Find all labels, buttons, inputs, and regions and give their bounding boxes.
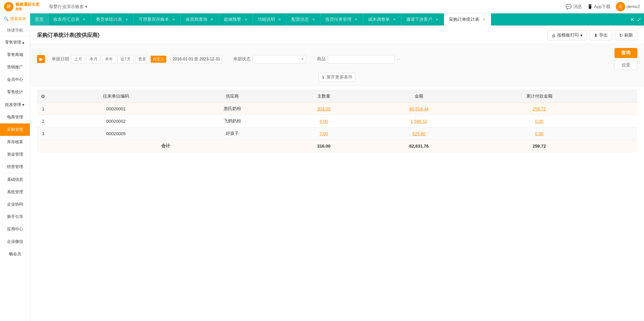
amount-link[interactable]: 1,586.52 (411, 119, 428, 124)
tab-receive-summary[interactable]: 收发存汇总表 ✕ (49, 13, 91, 25)
tab-close-icon[interactable]: ✕ (243, 17, 248, 22)
paid-link[interactable]: 0.00 (535, 119, 543, 124)
collapse-arrow[interactable]: ▶ (37, 55, 45, 63)
qty-link[interactable]: 6.00 (320, 119, 328, 124)
col-settings-header: ⚙ (37, 90, 49, 103)
date-btn-last-month[interactable]: 上月 (71, 55, 85, 63)
app-download-btn[interactable]: 📱 App下载 (587, 4, 610, 10)
sidebar-item-enterprise[interactable]: 企业协同 (0, 198, 30, 211)
restore-tab-icon[interactable]: ⤢ (637, 16, 641, 23)
tab-invite-downstream[interactable]: 邀请下游客户 ✕ (401, 13, 444, 25)
filter-date-range-item: 2016-01-01 至 2023-12-31 (170, 55, 222, 63)
amount-link[interactable]: 525.80 (412, 131, 426, 136)
goods-more-icon[interactable]: ··· (397, 57, 400, 62)
goods-input[interactable] (328, 55, 395, 63)
sidebar-item-basics[interactable]: 基础信息 (0, 173, 30, 186)
status-select-wrap (253, 55, 306, 63)
chevron-down-icon: ▾ (85, 4, 88, 9)
sidebar-item-member[interactable]: 畅会员 (0, 248, 30, 260)
sidebar-item-member-center[interactable]: 会员中心 (0, 73, 30, 86)
app-container: 好 畅捷通好生意 标版 母婴行业演示账套 ▾ 💬 消息 📱 App下载 E (0, 0, 644, 321)
status-select[interactable] (253, 55, 306, 63)
sidebar-item-system[interactable]: 系统管理 (0, 186, 30, 198)
tab-purchase-summary[interactable]: 采购订单统计表 ✕ (444, 13, 491, 25)
cell-amount: 60,519.44 (366, 103, 473, 115)
settings-icon[interactable]: ⚙ (41, 94, 45, 99)
cell-code: 00020002 (49, 115, 183, 127)
tab-close-icon[interactable]: ✕ (434, 17, 439, 22)
tab-label: 功能说明 (258, 16, 275, 22)
cell-supplier: 飞鹤奶粉 (183, 115, 282, 127)
amount-link[interactable]: 60,519.44 (409, 106, 429, 111)
tab-overstock-warning[interactable]: 超储预警 ✕ (219, 13, 253, 25)
tab-close-icon[interactable]: ✕ (354, 17, 358, 22)
logo-text: 畅捷通好生意 标版 (15, 2, 40, 11)
tab-home[interactable]: 首页 (30, 13, 49, 25)
tab-label: 可用量库存账本 (139, 16, 169, 22)
date-btn-more[interactable]: 更多 (135, 55, 149, 63)
tab-close-icon[interactable]: ✕ (209, 17, 214, 22)
sidebar-item-retail-management[interactable]: 零售管理 ▲ (0, 36, 30, 49)
sidebar-item-new-guide[interactable]: 新手引导 (0, 211, 30, 223)
message-btn[interactable]: 💬 消息 (566, 4, 582, 10)
sidebar-quick-nav[interactable]: 快捷导航 (0, 25, 30, 36)
refresh-button[interactable]: ↻ 刷新 (615, 30, 637, 40)
qty-link[interactable]: 303.00 (317, 106, 330, 111)
query-button[interactable]: 查询 (614, 48, 637, 58)
top-bar-left: 好 畅捷通好生意 标版 母婴行业演示账套 ▾ (4, 2, 88, 11)
tab-cost-adjust[interactable]: 成本调整单 ✕ (363, 13, 401, 25)
tab-function-desc[interactable]: 功能说明 ✕ (253, 13, 287, 25)
expand-conditions-btn[interactable]: ⊻ 展开更多条件 (319, 73, 356, 82)
user-area[interactable]: E demo2 (616, 2, 640, 11)
print-button[interactable]: 🖨 按模板打印 ▾ (547, 30, 587, 40)
sidebar-item-operations[interactable]: 经营管理 (0, 161, 30, 173)
sidebar-item-finance[interactable]: 资金管理 (0, 148, 30, 161)
cell-paid: 0.00 (473, 115, 606, 127)
sidebar-item-enterprise-wechat[interactable]: 企业微信 (0, 235, 30, 248)
sidebar-item-label: 经营管理 (7, 164, 23, 170)
tab-close-icon[interactable]: ✕ (311, 17, 316, 22)
tab-close-icon[interactable]: ✕ (392, 17, 396, 22)
sidebar-item-ecommerce[interactable]: 电商管理 (0, 111, 30, 123)
sidebar-item-wholesale[interactable]: 批发管理 ▼ (0, 99, 30, 111)
refresh-icon: ↻ (619, 33, 623, 38)
tab-pick-task[interactable]: 拣货任务管理 ✕ (321, 13, 363, 25)
sidebar-item-purchase[interactable]: 采购管理 (0, 123, 30, 136)
tab-close-icon[interactable]: ✕ (124, 17, 129, 22)
sidebar-search[interactable]: 🔍 搜索菜单 (0, 13, 30, 25)
tab-close-icon[interactable]: ✕ (171, 17, 176, 22)
query-btn-area: 查询 设置 (614, 48, 637, 70)
close-tab-icon[interactable]: ✕ (630, 16, 634, 23)
tab-label: 首页 (35, 16, 44, 22)
sidebar-item-retail-mall[interactable]: 零售商城 (0, 49, 30, 61)
export-button[interactable]: ⬇ 导出 (590, 30, 612, 40)
date-btn-custom[interactable]: 自定义 (151, 56, 166, 63)
tab-available-inventory[interactable]: 可用量库存账本 ✕ (134, 13, 181, 25)
page-title: 采购订单统计表(按供应商) (37, 32, 100, 39)
tab-expiry-query[interactable]: 保质期查询 ✕ (181, 13, 219, 25)
download-icon: 📱 (587, 4, 593, 9)
sidebar-item-retail-stats[interactable]: 零售统计 (0, 86, 30, 98)
col-code-header: 往来单位编码 (49, 90, 183, 103)
col-paid-header: 累计付款金额 (473, 90, 606, 103)
sidebar-item-marketing[interactable]: 营销推广 (0, 61, 30, 73)
sidebar-item-inventory[interactable]: 库存核算 (0, 136, 30, 148)
date-btn-7days[interactable]: 近7天 (117, 55, 134, 63)
tab-config-info[interactable]: 配置信息 ✕ (287, 13, 321, 25)
goods-label: 商品 (317, 56, 326, 62)
sidebar-item-app-center[interactable]: 应用中心 (0, 223, 30, 235)
settings-button[interactable]: 设置 (614, 60, 637, 70)
tab-close-icon[interactable]: ✕ (277, 17, 282, 22)
workspace-selector[interactable]: 母婴行业演示账套 ▾ (49, 4, 88, 10)
paid-link[interactable]: 0.00 (535, 131, 543, 136)
tab-close-icon[interactable]: ✕ (481, 17, 486, 22)
sidebar-item-label: 零售统计 (7, 89, 23, 95)
date-btn-this-year[interactable]: 本年 (102, 55, 116, 63)
paid-link[interactable]: 259.72 (533, 106, 546, 111)
col-amount-header: 金额 (366, 90, 473, 103)
tab-close-icon[interactable]: ✕ (82, 17, 86, 22)
date-btn-this-month[interactable]: 本月 (87, 55, 101, 63)
tab-goods-summary[interactable]: 要货单统计表 ✕ (91, 13, 134, 25)
qty-link[interactable]: 7.00 (320, 131, 328, 136)
arrow-icon: ▼ (22, 103, 25, 107)
